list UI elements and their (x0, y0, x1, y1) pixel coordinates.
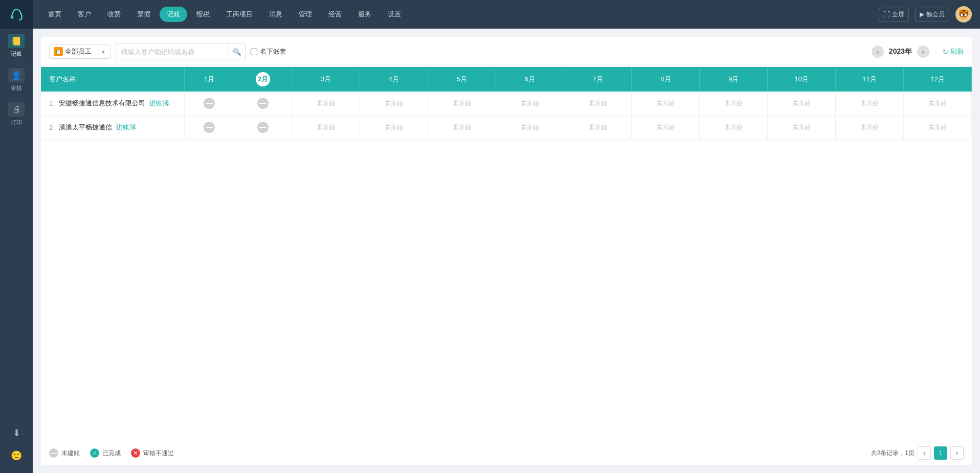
search-input[interactable] (116, 46, 229, 58)
col-header-m8: 8月 (632, 67, 700, 92)
gray-circle-icon: — (257, 122, 269, 133)
month-cell-m1-row0[interactable]: — (184, 92, 234, 116)
month-cell-m11-row1: 未开始 (836, 116, 904, 140)
table-header-row: 客户名称 1月 2月 3月 4月 5月 6月 7月 8月 (41, 67, 972, 92)
month-cell-m8-row0: 未开始 (632, 92, 700, 116)
month-cell-m5-row0: 未开始 (428, 92, 496, 116)
employee-filter-dropdown[interactable]: 📋 全部员工 ▼ (49, 44, 110, 59)
nav-service[interactable]: 服务 (351, 7, 378, 22)
nav-manage[interactable]: 管理 (292, 7, 319, 22)
prev-page-button[interactable]: ‹ (918, 446, 931, 460)
month-cell-m10-row1: 未开始 (768, 116, 836, 140)
month-cell-m4-row1: 未开始 (360, 116, 428, 140)
table-wrap: 客户名称 1月 2月 3月 4月 5月 6月 7月 8月 (41, 67, 972, 441)
month-cell-m7-row1: 未开始 (564, 116, 632, 140)
sidebar-item-label-sh: 审核 (11, 84, 22, 92)
my-accounts-checkbox[interactable] (251, 49, 257, 55)
nav-biz[interactable]: 工商项目 (219, 7, 260, 22)
month-cell-m2-row0[interactable]: — (234, 92, 292, 116)
not-started-text: 未开始 (385, 100, 403, 107)
nav-client[interactable]: 客户 (71, 7, 98, 22)
not-started-text: 未开始 (521, 100, 539, 107)
not-started-text: 未开始 (928, 124, 947, 131)
fullscreen-icon: ⛶ (883, 11, 890, 18)
col-header-m4: 4月 (360, 67, 428, 92)
col-header-m7: 7月 (564, 67, 632, 92)
month-cell-m8-row1: 未开始 (632, 116, 700, 140)
row-num: 1 (49, 100, 53, 107)
not-started-text: 未开始 (792, 100, 811, 107)
search-button[interactable]: 🔍 (229, 43, 245, 60)
month-cell-m10-row0: 未开始 (768, 92, 836, 116)
nav-tax[interactable]: 报税 (189, 7, 217, 22)
topnav-right: ⛶ 全屏 ▶ 畅会员 🐯 (879, 6, 972, 22)
sidebar-item-label-jz: 记账 (11, 50, 22, 58)
legend-rejected: ✕ 审核不通过 (131, 448, 174, 458)
print-icon: 🖨 (8, 102, 25, 117)
col-header-m10: 10月 (768, 67, 836, 92)
svg-point-0 (11, 16, 14, 19)
total-text: 共2条记录，1页 (871, 449, 915, 458)
month-cell-m2-row1[interactable]: — (234, 116, 292, 140)
not-started-text: 未开始 (724, 100, 743, 107)
nav-home[interactable]: 首页 (41, 7, 69, 22)
table-row: 1 安徽畅捷通信息技术有限公司 进账簿 ——未开始未开始未开始未开始未开始未开始… (41, 92, 972, 116)
month-cell-m3-row1: 未开始 (292, 116, 360, 140)
not-started-text: 未开始 (589, 100, 607, 107)
gray-circle-icon: — (257, 98, 269, 109)
enter-ledger-link[interactable]: 进账簿 (116, 123, 136, 132)
sidebar-item-jz[interactable]: 📒 记账 (0, 29, 33, 63)
legend-teal-dot: ✓ (90, 448, 99, 458)
page-1-button[interactable]: 1 (934, 446, 947, 460)
legend-done-label: 已完成 (102, 449, 121, 458)
member-button[interactable]: ▶ 畅会员 (915, 8, 949, 21)
fullscreen-label: 全屏 (892, 10, 904, 19)
col-header-m11: 11月 (836, 67, 904, 92)
month-cell-m12-row1: 未开始 (903, 116, 971, 140)
not-started-text: 未开始 (589, 124, 607, 131)
prev-year-button[interactable]: ‹ (872, 46, 884, 58)
legend-done: ✓ 已完成 (90, 448, 121, 458)
nav-invoice[interactable]: 票据 (130, 7, 158, 22)
year-nav: ‹ 2023年 › (872, 46, 929, 58)
not-started-text: 未开始 (385, 124, 403, 131)
month-cell-m12-row0: 未开始 (903, 92, 971, 116)
nav-fee[interactable]: 收费 (100, 7, 128, 22)
support-icon[interactable]: 🙂 (7, 446, 26, 465)
month-cell-m1-row1[interactable]: — (184, 116, 234, 140)
year-text: 2023年 (889, 47, 912, 56)
sidebar-logo (0, 0, 33, 29)
next-year-button[interactable]: › (917, 46, 929, 58)
accounting-table: 客户名称 1月 2月 3月 4月 5月 6月 7月 8月 (41, 67, 972, 140)
nav-message[interactable]: 消息 (262, 7, 289, 22)
avatar[interactable]: 🐯 (955, 6, 972, 22)
main-card: 📋 全部员工 ▼ 🔍 名下账套 ‹ 2023年 › (41, 37, 972, 465)
refresh-label: 刷新 (950, 47, 964, 56)
footer: — 未建账 ✓ 已完成 ✕ 审核不通过 共2条记录，1页 ‹ 1 › (41, 441, 972, 465)
my-accounts-checkbox-label[interactable]: 名下账套 (251, 47, 286, 56)
download-icon[interactable]: ⬇ (7, 424, 26, 442)
gray-circle-icon: — (204, 122, 215, 133)
nav-operation[interactable]: 经营 (321, 7, 349, 22)
col-header-m3: 3月 (292, 67, 360, 92)
legend-rejected-label: 审核不通过 (143, 449, 174, 458)
content: 📋 全部员工 ▼ 🔍 名下账套 ‹ 2023年 › (33, 29, 980, 473)
my-accounts-label: 名下账套 (260, 47, 286, 56)
month-cell-m4-row0: 未开始 (360, 92, 428, 116)
accounting-icon: 📒 (8, 34, 25, 48)
nav-accounting[interactable]: 记账 (160, 7, 187, 22)
enter-ledger-link[interactable]: 进账簿 (149, 99, 169, 108)
nav-settings[interactable]: 设置 (381, 7, 408, 22)
month-cell-m6-row1: 未开始 (496, 116, 564, 140)
employee-filter-label: 全部员工 (65, 47, 99, 56)
pagination: 共2条记录，1页 ‹ 1 › (871, 446, 964, 460)
sidebar-item-sh[interactable]: 👤 审核 (0, 63, 33, 97)
sidebar-item-dy[interactable]: 🖨 打印 (0, 97, 33, 131)
client-name-cell-0: 1 安徽畅捷通信息技术有限公司 进账簿 (41, 92, 184, 116)
not-started-text: 未开始 (724, 124, 743, 131)
next-page-button[interactable]: › (950, 446, 964, 460)
fullscreen-button[interactable]: ⛶ 全屏 (879, 8, 909, 21)
refresh-button[interactable]: ↻ 刷新 (943, 47, 964, 56)
not-started-text: 未开始 (792, 124, 811, 131)
month-cell-m5-row1: 未开始 (428, 116, 496, 140)
